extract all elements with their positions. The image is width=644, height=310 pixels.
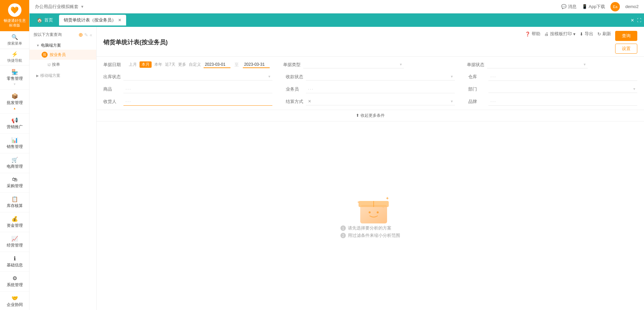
out-status-control[interactable]: ▾ — [123, 73, 272, 81]
doc-type-control[interactable]: ▾ — [303, 61, 404, 68]
sidebar-item-system[interactable]: ⚙ 系统管理 — [0, 272, 29, 292]
payment-status-label: 收款状态 — [286, 74, 306, 80]
topbar-right: 💬 消息 📱 App下载 Ea demo2 — [561, 2, 639, 11]
operations-icon: 📈 — [11, 236, 18, 242]
warehouse-label: 仓库 — [468, 74, 488, 80]
salesperson-label: 业务员 — [286, 86, 306, 92]
date-last-month[interactable]: 上月 — [129, 62, 137, 67]
payment-method-label: 结算方式 — [286, 99, 306, 105]
filter-item-department: 部门 ▾ — [468, 85, 637, 93]
svg-text:✦: ✦ — [357, 200, 360, 204]
settings-button[interactable]: 设置 — [615, 44, 637, 54]
goods-label: 商品 — [103, 86, 123, 92]
avatar[interactable]: Ea — [610, 2, 620, 11]
sidebar-logo[interactable]: 🧡 畅捷通好生意 标准版 — [0, 0, 29, 31]
date-last-7days[interactable]: 近7天 — [165, 62, 175, 67]
department-control[interactable]: ▾ — [488, 85, 637, 93]
scheme-item-by-staff[interactable]: 按 按业务员 — [30, 50, 96, 60]
collapse-scheme-icon[interactable]: « — [90, 32, 92, 38]
sidebar-item-basics[interactable]: ℹ 基础信息 — [0, 252, 29, 272]
brand-dots-icon: ··· — [490, 99, 496, 104]
sidebar-item-operations[interactable]: 📈 经营管理 — [0, 232, 29, 252]
page-action-buttons: ❓ 帮助 🖨 按模板打印 ▾ ⬇ 导出 ↻ — [525, 31, 611, 37]
tab-close-all-icon[interactable]: ✕ — [631, 18, 634, 23]
page-header: 销货单统计表(按业务员) ❓ 帮助 🖨 按模板打印 ▾ ⬇ — [97, 27, 644, 57]
sidebar-item-marketing[interactable]: 📢 营销推广 — [0, 114, 29, 134]
date-start-input[interactable] — [204, 61, 230, 68]
sales-icon: 📊 — [11, 137, 18, 143]
app-download-btn[interactable]: 📱 App下载 — [582, 4, 605, 10]
scheme-item-by-order[interactable]: IJ 按单 — [30, 60, 96, 69]
tab-close-icon[interactable]: ✕ — [118, 18, 121, 22]
add-scheme-icon[interactable]: ⊕ — [78, 32, 83, 38]
tab-maximize-icon[interactable]: ⛶ — [637, 18, 641, 23]
query-button[interactable]: 查询 — [615, 31, 637, 41]
sidebar-item-search[interactable]: 🔍 搜索菜单 — [0, 31, 29, 49]
payment-method-dropdown-icon: ▾ — [451, 99, 453, 104]
payment-status-control[interactable]: ▾ — [306, 73, 455, 81]
topbar-left: 办公用品行业模拟账套 ▾ — [35, 4, 84, 10]
filter-item-payment-status: 收款状态 ▾ — [286, 73, 455, 81]
tab-sales-stat[interactable]: 销货单统计表（按业务员） ✕ — [59, 15, 126, 25]
empty-svg: ✦ ✦ ✦ — [354, 192, 394, 225]
warehouse-control[interactable]: ··· — [488, 72, 637, 81]
collapse-filter-btn[interactable]: ⬆ 收起更多条件 — [97, 110, 644, 121]
left-panel: 按以下方案查询 ⊕ ✎ « ▼ 电脑端方案 按 按业务员 IJ — [30, 27, 97, 310]
filter-item-brand: 品牌 ··· — [468, 97, 637, 106]
step-1-num: 1 — [340, 225, 346, 231]
date-more[interactable]: 更多 — [178, 62, 186, 67]
doc-status-control[interactable]: ▾ — [487, 61, 588, 68]
sidebar-item-enterprise[interactable]: 🤝 企业协同 — [0, 292, 29, 310]
print-btn[interactable]: 🖨 按模板打印 ▾ — [544, 31, 576, 37]
pc-scheme-group-title[interactable]: ▼ 电脑端方案 — [30, 41, 96, 50]
payment-method-clear-icon[interactable]: ✕ — [308, 99, 311, 104]
empty-text: 1 请先选择要分析的方案 2 用过滤条件来缩小分析范围 — [340, 224, 400, 240]
logo-icon: 🧡 — [8, 3, 21, 17]
out-status-label: 出库状态 — [103, 74, 123, 80]
mobile-scheme-group-title[interactable]: ▶ 移动端方案 — [30, 71, 96, 80]
refresh-btn[interactable]: ↻ 刷新 — [597, 31, 611, 37]
sidebar-item-sales[interactable]: 📊 销售管理 — [0, 134, 29, 153]
filter-item-payment-method: 结算方式 ✕ ▾ — [286, 98, 455, 105]
filter-item-warehouse: 仓库 ··· — [468, 72, 637, 81]
logo-text: 畅捷通好生意 标准版 — [4, 18, 26, 28]
pc-scheme-group: ▼ 电脑端方案 按 按业务员 IJ 按单 — [30, 40, 96, 70]
basics-icon: ℹ — [14, 255, 16, 262]
svg-text:✦: ✦ — [382, 206, 384, 209]
sidebar-item-wholesale[interactable]: 📦 批发管理 ▴ — [0, 90, 29, 114]
filter-area: 单据日期 上月 本月 本年 近7天 更多 自定义 至 — [97, 57, 644, 110]
warehouse-dots-icon: ··· — [490, 74, 496, 79]
filter-row-consignee: 收货人 ··· 结算方式 ✕ ▾ 品牌 — [103, 97, 637, 106]
date-separator: 至 — [234, 62, 239, 68]
filter-item-salesperson: 业务员 ··· — [286, 85, 455, 93]
date-shortcuts: 上月 本月 本年 近7天 更多 自定义 — [129, 61, 201, 68]
payment-method-control[interactable]: ✕ ▾ — [306, 98, 455, 105]
page-title: 销货单统计表(按业务员) — [103, 38, 168, 46]
doc-status-dropdown-icon: ▾ — [584, 62, 586, 67]
breadcrumb-dropdown-icon[interactable]: ▾ — [81, 4, 84, 9]
sidebar-item-finance[interactable]: 💰 资金管理 — [0, 212, 29, 232]
date-end-input[interactable] — [243, 61, 270, 68]
sidebar-item-retail[interactable]: 🏪 零售管理 ▾ — [0, 65, 29, 90]
date-custom[interactable]: 自定义 — [189, 62, 201, 67]
sidebar-item-quick-nav[interactable]: ⚡ 快捷导航 — [0, 49, 29, 65]
date-this-month[interactable]: 本月 — [140, 61, 152, 68]
salesperson-control[interactable]: ··· — [306, 85, 455, 93]
marketing-icon: 📢 — [11, 117, 18, 123]
ecommerce-icon: 🛒 — [11, 157, 18, 163]
export-btn[interactable]: ⬇ 导出 — [580, 31, 593, 37]
doc-type-dropdown-icon: ▾ — [400, 62, 402, 67]
username[interactable]: demo2 — [625, 4, 639, 9]
tab-home[interactable]: 🏠 首页 — [32, 15, 58, 25]
message-btn[interactable]: 💬 消息 — [561, 4, 577, 10]
sidebar-item-inventory[interactable]: 📋 库存核算 — [0, 193, 29, 212]
brand-control[interactable]: ··· — [488, 97, 637, 106]
help-btn[interactable]: ❓ 帮助 — [525, 31, 540, 37]
date-this-year[interactable]: 本年 — [154, 62, 162, 67]
sidebar: 🧡 畅捷通好生意 标准版 🔍 搜索菜单 ⚡ 快捷导航 🏪 零售管理 ▾ 📦 批发… — [0, 0, 30, 310]
consignee-control[interactable]: ··· — [123, 97, 272, 106]
sidebar-item-purchase[interactable]: 🛍 采购管理 — [0, 173, 29, 193]
sidebar-item-ecommerce[interactable]: 🛒 电商管理 — [0, 153, 29, 173]
edit-scheme-icon[interactable]: ✎ — [84, 32, 88, 38]
goods-control[interactable]: ··· — [123, 85, 272, 93]
